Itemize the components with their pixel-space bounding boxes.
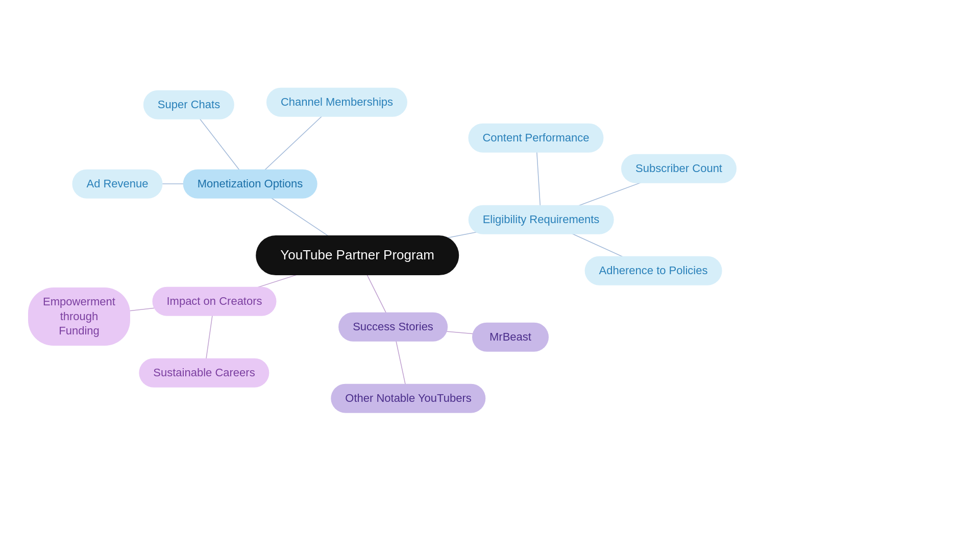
node-channelMemberships[interactable]: Channel Memberships: [266, 88, 407, 117]
node-superChats[interactable]: Super Chats: [143, 90, 234, 119]
node-center[interactable]: YouTube Partner Program: [256, 235, 459, 275]
node-successStories[interactable]: Success Stories: [338, 312, 448, 342]
node-contentPerformance[interactable]: Content Performance: [468, 124, 603, 153]
node-impactOnCreators[interactable]: Impact on Creators: [152, 287, 276, 316]
connections-svg: [0, 0, 980, 553]
node-adRevenue[interactable]: Ad Revenue: [72, 170, 162, 199]
node-otherYouTubers[interactable]: Other Notable YouTubers: [331, 384, 485, 413]
node-subscriberCount[interactable]: Subscriber Count: [621, 154, 737, 183]
node-eligibility[interactable]: Eligibility Requirements: [469, 205, 614, 234]
node-empowerment[interactable]: Empowerment through Funding: [28, 287, 130, 346]
node-monetization[interactable]: Monetization Options: [183, 170, 317, 199]
node-mrBeast[interactable]: MrBeast: [472, 323, 549, 352]
mindmap-container: YouTube Partner ProgramMonetization Opti…: [0, 0, 980, 553]
node-adherence[interactable]: Adherence to Policies: [585, 256, 722, 285]
node-sustainableCareers[interactable]: Sustainable Careers: [139, 358, 269, 388]
